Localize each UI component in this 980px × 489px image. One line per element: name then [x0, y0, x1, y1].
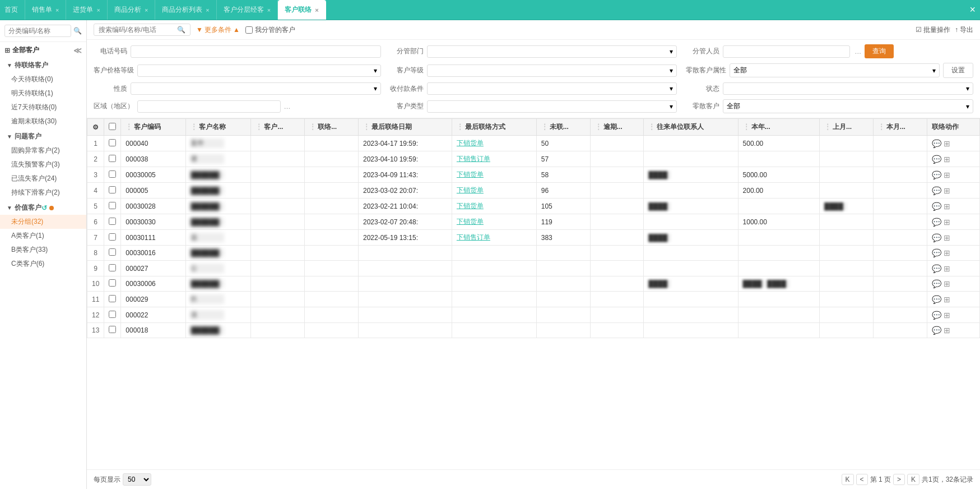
sidebar-item-group-c[interactable]: C类客户(6) — [0, 257, 86, 271]
sidebar-item-abnormal[interactable]: 固购异常客户(2) — [0, 144, 86, 158]
contact-icon[interactable]: 💬 — [932, 186, 941, 195]
more-conditions-btn[interactable]: ▼ 更多条件 ▲ — [196, 25, 240, 35]
sidebar-search-input[interactable] — [4, 25, 71, 37]
sidebar-item-today[interactable]: 今天待联络(0) — [0, 72, 86, 86]
zero-retail-select[interactable]: 全部 ▾ — [723, 99, 973, 113]
tab-sales[interactable]: 销售单 × — [25, 0, 66, 20]
tab-close-sales[interactable]: × — [55, 7, 59, 13]
contact-method-link[interactable]: 下销货单 — [457, 186, 484, 194]
tab-customer-tier[interactable]: 客户分层经客 × — [217, 0, 278, 20]
more-action-icon[interactable]: ⊞ — [944, 311, 950, 320]
contact-icon[interactable]: 💬 — [932, 326, 941, 335]
more-action-icon[interactable]: ⊞ — [944, 155, 950, 164]
more-action-icon[interactable]: ⊞ — [944, 139, 950, 148]
sidebar-collapse-icon[interactable]: ≪ — [73, 46, 82, 55]
query-button[interactable]: 查询 — [865, 44, 894, 58]
contact-icon[interactable]: 💬 — [932, 155, 941, 164]
dept-select[interactable]: ▾ — [427, 45, 677, 58]
tab-close-customer-tier[interactable]: × — [267, 7, 271, 13]
prev-page-btn[interactable]: < — [856, 474, 868, 485]
more-action-icon[interactable]: ⊞ — [944, 279, 950, 288]
page-size-dropdown[interactable]: 50 100 200 — [123, 473, 151, 486]
all-customers-header[interactable]: ⊞ 全部客户 ≪ — [0, 42, 86, 58]
gender-select[interactable]: ▾ — [131, 82, 381, 95]
more-action-icon[interactable]: ⊞ — [944, 233, 950, 242]
sidebar-item-group-a[interactable]: A类客户(1) — [0, 229, 86, 243]
row-checkbox[interactable] — [109, 326, 116, 333]
row-checkbox[interactable] — [109, 279, 116, 287]
export-btn[interactable]: ↑ 导出 — [955, 25, 973, 35]
sidebar-item-churn-risk[interactable]: 流失预警客户(3) — [0, 158, 86, 172]
contact-method-link[interactable]: 下销货单 — [457, 202, 484, 210]
person-more-icon[interactable]: … — [854, 48, 861, 56]
sidebar-item-group-b[interactable]: B类客户(33) — [0, 243, 86, 257]
row-checkbox[interactable] — [109, 202, 116, 209]
tab-close-customer-contact[interactable]: × — [315, 7, 318, 13]
tab-home[interactable]: 首页 — [4, 0, 25, 20]
row-checkbox[interactable] — [109, 139, 116, 146]
last-page-btn[interactable]: K — [907, 474, 919, 485]
tab-purchase[interactable]: 进货单 × — [66, 0, 107, 20]
sidebar-item-tomorrow[interactable]: 明天待联络(1) — [0, 86, 86, 100]
pending-contact-title[interactable]: ▼ 待联络客户 — [0, 58, 86, 72]
select-all-checkbox[interactable] — [109, 123, 116, 130]
payment-select[interactable]: ▾ — [427, 82, 677, 95]
more-action-icon[interactable]: ⊞ — [944, 248, 950, 257]
contact-icon[interactable]: 💬 — [932, 218, 941, 227]
contact-method-link[interactable]: 下销货单 — [457, 218, 484, 225]
contact-method-link[interactable]: 下销售订单 — [457, 155, 490, 163]
more-action-icon[interactable]: ⊞ — [944, 326, 950, 335]
contact-icon[interactable]: 💬 — [932, 248, 941, 257]
contact-icon[interactable]: 💬 — [932, 311, 941, 320]
price-level-select[interactable]: ▾ — [137, 64, 381, 77]
more-action-icon[interactable]: ⊞ — [944, 264, 950, 273]
contact-icon[interactable]: 💬 — [932, 170, 941, 179]
value-customers-title[interactable]: ▼ 价值客户 ↺ — [0, 201, 86, 215]
more-action-icon[interactable]: ⊞ — [944, 202, 950, 211]
row-checkbox[interactable] — [109, 170, 116, 178]
contact-icon[interactable]: 💬 — [932, 233, 941, 242]
row-checkbox[interactable] — [109, 233, 116, 241]
area-input[interactable] — [137, 100, 281, 113]
refresh-icon[interactable]: ↺ — [41, 204, 47, 212]
tab-customer-contact[interactable]: 客户联络 × — [278, 0, 326, 20]
close-window-icon[interactable]: × — [969, 4, 976, 16]
first-page-btn[interactable]: K — [842, 474, 854, 485]
my-customers-check[interactable] — [245, 26, 253, 34]
sidebar-item-overdue[interactable]: 逾期未联络(30) — [0, 114, 86, 128]
sidebar-search-icon[interactable]: 🔍 — [73, 27, 82, 35]
customer-level-select[interactable]: ▾ — [427, 64, 677, 77]
search-input[interactable] — [99, 26, 177, 34]
contact-icon[interactable]: 💬 — [932, 202, 941, 211]
tab-close-purchase[interactable]: × — [96, 7, 100, 13]
more-action-icon[interactable]: ⊞ — [944, 218, 950, 227]
row-checkbox[interactable] — [109, 311, 116, 318]
person-input[interactable] — [723, 45, 850, 58]
batch-op-btn[interactable]: ☑ 批量操作 — [916, 25, 950, 35]
phone-input[interactable] — [131, 45, 381, 58]
more-action-icon[interactable]: ⊞ — [944, 170, 950, 179]
contact-icon[interactable]: 💬 — [932, 139, 941, 148]
row-checkbox[interactable] — [109, 218, 116, 225]
row-checkbox[interactable] — [109, 155, 116, 162]
more-action-icon[interactable]: ⊞ — [944, 186, 950, 195]
status-select[interactable]: ▾ — [723, 82, 973, 95]
contact-icon[interactable]: 💬 — [932, 295, 941, 304]
contact-method-link[interactable]: 下销售订单 — [457, 233, 490, 241]
row-checkbox[interactable] — [109, 248, 116, 256]
row-checkbox[interactable] — [109, 264, 116, 271]
zero-retail-attr-select[interactable]: 全部 ▾ — [730, 63, 940, 77]
settings-header[interactable]: ⚙ — [87, 119, 104, 136]
tab-close-product-analysis[interactable]: × — [145, 7, 148, 13]
contact-icon[interactable]: 💬 — [932, 279, 941, 288]
customer-type-select[interactable]: ▾ — [427, 100, 677, 113]
sidebar-item-week[interactable]: 近7天待联络(0) — [0, 100, 86, 114]
my-customers-checkbox[interactable]: 我分管的客户 — [245, 25, 295, 35]
tab-product-analysis[interactable]: 商品分析 × — [108, 0, 155, 20]
contact-method-link[interactable]: 下销货单 — [457, 170, 484, 178]
sidebar-item-lost[interactable]: 已流失客户(24) — [0, 172, 86, 186]
contact-method-link[interactable]: 下销货单 — [457, 139, 484, 147]
sidebar-item-declining[interactable]: 持续下滑客户(2) — [0, 186, 86, 200]
select-all-header[interactable] — [104, 119, 121, 136]
tab-product-list[interactable]: 商品分析列表 × — [155, 0, 216, 20]
